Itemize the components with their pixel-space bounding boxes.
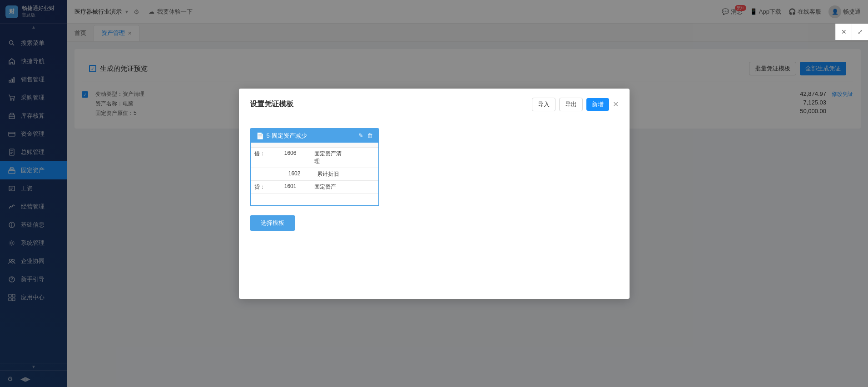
entry-1-name: 固定资产清理 <box>314 150 344 165</box>
window-maximize-btn[interactable]: ⤢ <box>852 24 868 40</box>
import-btn[interactable]: 导入 <box>532 98 556 111</box>
template-card-body: 借： 1606 固定资产清理 1602 累计折旧 贷： <box>251 143 378 205</box>
entry-2-type <box>260 170 288 178</box>
modal-header-right: 导入 导出 新增 ✕ <box>532 98 619 111</box>
template-card: 📄 5-固定资产减少 ✎ 🗑 <box>250 128 379 206</box>
template-header-row <box>251 143 378 148</box>
entry-row-2: 1602 累计折旧 <box>251 168 378 181</box>
window-controls: ✕ ⤢ <box>835 24 868 40</box>
template-card-title: 5-固定资产减少 <box>267 132 308 140</box>
modal-title: 设置凭证模板 <box>250 99 293 109</box>
select-template-btn[interactable]: 选择模板 <box>250 215 295 231</box>
template-card-actions: ✎ 🗑 <box>358 132 373 139</box>
entry-row-1: 借： 1606 固定资产清理 <box>251 148 378 168</box>
template-header-left: 📄 5-固定资产减少 <box>256 132 308 140</box>
export-btn[interactable]: 导出 <box>559 98 583 111</box>
entry-3-code: 1601 <box>284 183 314 191</box>
modal-close-btn[interactable]: ✕ <box>613 100 619 109</box>
entry-4-extra <box>344 196 374 203</box>
template-card-header: 📄 5-固定资产减少 ✎ 🗑 <box>251 129 378 143</box>
entry-4-type <box>254 196 284 203</box>
modal-header: 设置凭证模板 导入 导出 新增 ✕ <box>239 89 630 117</box>
entry-4-code <box>284 196 314 203</box>
entry-3-name: 固定资产 <box>314 183 344 191</box>
entry-1-code: 1606 <box>284 150 314 165</box>
entry-row-4 <box>251 194 378 205</box>
entry-2-extra <box>346 170 374 178</box>
entry-4-name <box>314 196 344 203</box>
set-template-modal: 设置凭证模板 导入 导出 新增 ✕ 📄 5-固定资产减少 ✎ 🗑 <box>239 89 630 299</box>
entry-1-extra <box>344 150 374 165</box>
entry-3-type: 贷： <box>254 183 284 191</box>
entry-2-name: 累计折旧 <box>317 170 346 178</box>
template-edit-icon[interactable]: ✎ <box>358 132 363 139</box>
entry-3-extra <box>344 183 374 191</box>
entry-row-3: 贷： 1601 固定资产 <box>251 181 378 194</box>
window-close-btn[interactable]: ✕ <box>835 24 852 40</box>
template-doc-icon: 📄 <box>256 132 264 139</box>
modal-overlay: 设置凭证模板 导入 导出 新增 ✕ 📄 5-固定资产减少 ✎ 🗑 <box>0 0 868 387</box>
template-delete-icon[interactable]: 🗑 <box>367 132 373 139</box>
entry-1-type: 借： <box>254 150 284 165</box>
new-btn[interactable]: 新增 <box>586 98 609 111</box>
modal-body: 📄 5-固定资产减少 ✎ 🗑 <box>239 117 630 299</box>
entry-2-code: 1602 <box>288 170 317 178</box>
